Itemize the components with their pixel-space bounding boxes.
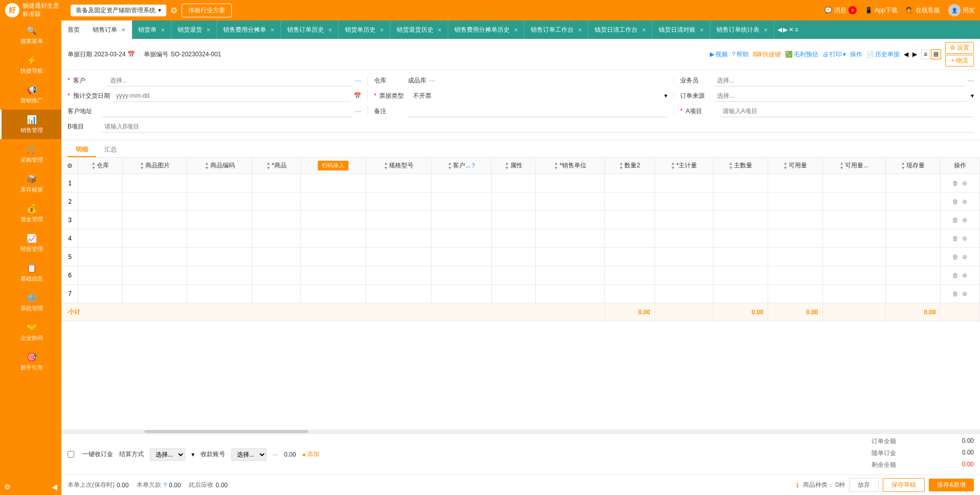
copy-row-5[interactable]: ⊕ bbox=[962, 253, 967, 261]
tab-summary[interactable]: 汇总 bbox=[96, 143, 125, 157]
cell-product-2[interactable] bbox=[252, 192, 300, 211]
tab-close-order-history[interactable]: ✕ bbox=[328, 27, 332, 33]
message-button[interactable]: 💬 消息 9 bbox=[824, 6, 857, 15]
gear-icon[interactable]: ⚙ bbox=[170, 6, 178, 15]
tab-menu[interactable]: ≡ bbox=[795, 26, 798, 33]
sort-icon-spec[interactable]: ▲▼ bbox=[383, 161, 388, 170]
sort-icon-munit[interactable]: ▲▼ bbox=[671, 161, 676, 170]
user-button[interactable]: 👤 用友 bbox=[948, 4, 975, 16]
customer-dots[interactable]: ··· bbox=[355, 76, 361, 84]
sidebar-collapse-icon[interactable]: ◀ bbox=[52, 483, 57, 491]
info-icon[interactable]: ? bbox=[471, 162, 475, 169]
tab-close-fee-history[interactable]: ✕ bbox=[514, 27, 518, 33]
sidebar-settings-icon[interactable]: ⚙ bbox=[4, 483, 11, 491]
delete-row-7[interactable]: 🗑 bbox=[952, 290, 959, 297]
b-project-input[interactable] bbox=[101, 120, 974, 133]
cell-ccode-1[interactable] bbox=[431, 174, 491, 192]
tab-invoice-history[interactable]: 销货单历史 ✕ bbox=[339, 20, 390, 39]
sidebar-item-collab[interactable]: 🤝 企业协同 bbox=[0, 317, 61, 347]
note-input[interactable] bbox=[408, 105, 668, 117]
delete-row-1[interactable]: 🗑 bbox=[952, 180, 959, 187]
order-source-dropdown[interactable]: ▾ bbox=[971, 92, 974, 99]
delivery-input[interactable] bbox=[113, 90, 351, 102]
app-download-button[interactable]: 📱 App下载 bbox=[865, 6, 898, 15]
tab-close-sales-invoice[interactable]: ✕ bbox=[161, 27, 165, 33]
salesperson-dots[interactable]: ··· bbox=[968, 76, 974, 84]
copy-row-1[interactable]: ⊕ bbox=[962, 180, 967, 187]
salesperson-input[interactable] bbox=[714, 74, 965, 87]
save-draft-button[interactable]: 保存草稿 bbox=[883, 478, 925, 492]
delete-row-3[interactable]: 🗑 bbox=[952, 217, 959, 224]
tab-close-daily-workbench[interactable]: ✕ bbox=[642, 27, 646, 33]
th-scan[interactable]: 扫码录入 bbox=[300, 158, 366, 174]
cell-code-2[interactable] bbox=[187, 192, 252, 211]
tab-close-all[interactable]: ✕ bbox=[789, 26, 794, 33]
tab-return-history[interactable]: 销货退货历史 ✕ bbox=[390, 20, 448, 39]
invoice-dropdown[interactable]: ▾ bbox=[664, 92, 667, 99]
cell-munit-1[interactable] bbox=[655, 174, 713, 192]
sidebar-item-marketing[interactable]: 📢 营销推广 bbox=[0, 80, 61, 110]
tab-daily-workbench[interactable]: 钱货日清工作台 ✕ bbox=[589, 20, 652, 39]
account-dots[interactable]: ··· bbox=[273, 451, 278, 458]
scroll-bar[interactable] bbox=[61, 429, 980, 434]
sort-icon-unit[interactable]: ▲▼ bbox=[554, 161, 558, 170]
cell-warehouse-1[interactable] bbox=[78, 174, 123, 192]
cell-mqty-2[interactable] bbox=[713, 192, 768, 211]
customer-input[interactable] bbox=[107, 74, 352, 87]
view-btn[interactable]: ▶ 视频 bbox=[710, 50, 728, 59]
tab-fee-history[interactable]: 销售费用分摊单历史 ✕ bbox=[448, 20, 525, 39]
tab-sales-order[interactable]: 销售订单 ✕ bbox=[86, 20, 132, 39]
address-dots[interactable]: ··· bbox=[355, 107, 361, 115]
operate-btn[interactable]: 操作 bbox=[850, 50, 862, 59]
sidebar-item-sales[interactable]: 📊 销售管理 bbox=[0, 110, 61, 139]
discard-button[interactable]: 放弃 bbox=[849, 478, 879, 492]
tab-order-stats[interactable]: 销售订单统计表 ✕ bbox=[710, 20, 774, 39]
delete-row-2[interactable]: 🗑 bbox=[952, 198, 959, 205]
cell-mqty-1[interactable] bbox=[713, 174, 768, 192]
cell-warehouse-2[interactable] bbox=[78, 192, 123, 211]
cell-spec-2[interactable] bbox=[366, 192, 431, 211]
copy-row-4[interactable]: ⊕ bbox=[962, 235, 967, 242]
delete-row-4[interactable]: 🗑 bbox=[952, 235, 959, 242]
tab-close-daily-reconcile[interactable]: ✕ bbox=[700, 27, 704, 33]
warehouse-dots[interactable]: ··· bbox=[429, 76, 435, 84]
account-select[interactable]: 选择... bbox=[231, 448, 267, 461]
info-icon2[interactable]: ? bbox=[163, 482, 167, 489]
tab-close-return-history[interactable]: ✕ bbox=[438, 27, 442, 33]
sort-icon-product[interactable]: ▲▼ bbox=[266, 161, 271, 170]
tab-close-sales-fee[interactable]: ✕ bbox=[270, 27, 274, 33]
cell-qty2-2[interactable] bbox=[604, 192, 655, 211]
order-source-input[interactable] bbox=[714, 90, 968, 102]
cell-ccode-2[interactable] bbox=[431, 192, 491, 211]
tab-close-order-workbench[interactable]: ✕ bbox=[578, 27, 582, 33]
sort-icon-avail2[interactable]: ▲▼ bbox=[839, 161, 844, 170]
method-select[interactable]: 选择... bbox=[150, 448, 185, 461]
tab-home[interactable]: 首页 bbox=[61, 20, 86, 39]
sidebar-item-nav[interactable]: ⚡ 快捷导航 bbox=[0, 50, 61, 80]
print-btn[interactable]: 🖨 打印 ▾ bbox=[822, 50, 846, 59]
add-payment-btn[interactable]: ● 添加 bbox=[302, 450, 319, 459]
online-service-button[interactable]: 💁 在线客服 bbox=[906, 6, 940, 15]
copy-row-3[interactable]: ⊕ bbox=[962, 217, 967, 224]
system-title[interactable]: 装备及固定资产辅助管理系统 ▾ bbox=[71, 5, 166, 16]
cell-unit-1[interactable] bbox=[536, 174, 605, 192]
goods-info-icon[interactable]: ℹ bbox=[796, 482, 799, 489]
scan-button[interactable]: 扫码录入 bbox=[318, 161, 349, 170]
print-dropdown-icon[interactable]: ▾ bbox=[843, 51, 846, 58]
address-input[interactable] bbox=[101, 105, 352, 117]
sort-icon-code[interactable]: ▲▼ bbox=[205, 161, 209, 170]
sidebar-item-purchase[interactable]: 🛒 采购管理 bbox=[0, 139, 61, 169]
sort-icon-warehouse[interactable]: ▲▼ bbox=[91, 161, 96, 170]
tab-order-workbench[interactable]: 销售订单工作台 ✕ bbox=[525, 20, 589, 39]
th-settings[interactable]: ⚙ bbox=[62, 158, 78, 174]
tab-sales-invoice[interactable]: 销货单 ✕ bbox=[132, 20, 171, 39]
tab-sales-return[interactable]: 销货退货 ✕ bbox=[171, 20, 217, 39]
tab-daily-reconcile[interactable]: 钱货日清对账 ✕ bbox=[652, 20, 710, 39]
copy-row-7[interactable]: ⊕ bbox=[962, 290, 967, 297]
cell-qty2-1[interactable] bbox=[604, 174, 655, 192]
list-view-icon[interactable]: ≡ bbox=[921, 49, 930, 59]
shortcut-btn[interactable]: ⌨ 快捷键 bbox=[753, 50, 781, 59]
a-project-input[interactable] bbox=[720, 105, 974, 117]
confirm-payment-checkbox[interactable] bbox=[68, 451, 74, 458]
sort-icon-image[interactable]: ▲▼ bbox=[140, 161, 144, 170]
